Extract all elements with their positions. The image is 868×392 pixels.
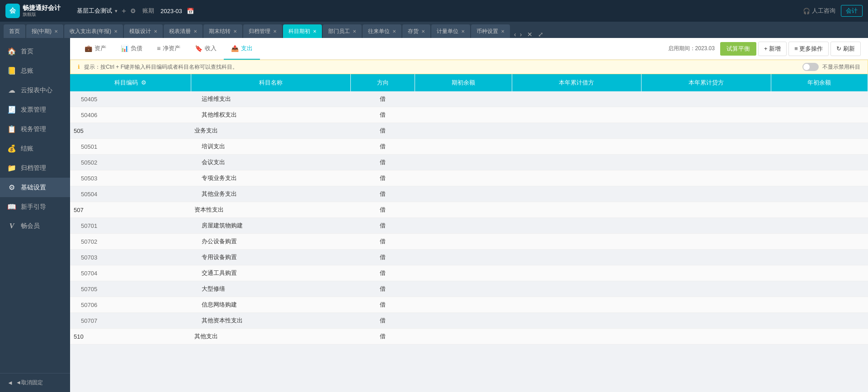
- sidebar-item-basic[interactable]: ⚙ 基础设置: [0, 178, 70, 197]
- tab-contacts-close[interactable]: ✕: [392, 29, 396, 34]
- tab-dept-close[interactable]: ✕: [353, 29, 356, 34]
- cell-ytd-debit: [512, 234, 642, 250]
- closing-icon: 💰: [7, 144, 16, 153]
- tab-currency[interactable]: 币种设置 ✕: [471, 24, 510, 38]
- cell-direction: 借: [351, 123, 415, 139]
- basic-icon: ⚙: [7, 183, 16, 192]
- more-ops-button[interactable]: ≡ 更多操作: [788, 42, 829, 56]
- tab-report-mid[interactable]: 报(中期) ✕: [26, 24, 63, 38]
- cell-name: 专项业务支出: [191, 170, 350, 186]
- sidebar-item-invoice[interactable]: 🧾 发票管理: [0, 100, 70, 119]
- tab-template-close[interactable]: ✕: [154, 29, 157, 34]
- refresh-button[interactable]: ↻ 刷新: [830, 42, 861, 56]
- period-calendar-icon[interactable]: 📅: [187, 8, 194, 14]
- tab-tax-list[interactable]: 税表清册 ✕: [164, 24, 203, 38]
- content-area: 💼 资产 📊 负债 ≡ 净资产 🔖 收入 📤 支出 启用期间：2023.03: [70, 38, 868, 392]
- tab-inventory-label: 存货: [408, 28, 419, 35]
- cell-code: 50707: [70, 313, 191, 329]
- sidebar-item-guide[interactable]: 📖 新手引导: [0, 197, 70, 217]
- header-project: 基层工会测试 ▾ ＋ ⚙ 账期 2023-03 📅: [77, 6, 799, 16]
- sidebar-item-archive[interactable]: 📁 归档管理: [0, 158, 70, 178]
- sidebar-archive-label: 归档管理: [21, 164, 46, 172]
- sidebar-item-home[interactable]: 🏠 首页: [0, 42, 70, 61]
- disabled-subjects-toggle[interactable]: [802, 63, 819, 71]
- table-body: 50405 运维维支出 借 50406 其他维权支出 借 505 业务支出 借 …: [70, 91, 868, 345]
- project-dropdown-arrow[interactable]: ▾: [115, 8, 118, 14]
- subjects-table: 科目编码 ⚙ 科目名称 方向 期初余额 本年累计借方 本年累计贷方 年初余额 5…: [70, 74, 868, 345]
- tab-period-close[interactable]: 期末结转 ✕: [203, 24, 242, 38]
- consult-label: 人工咨询: [812, 7, 835, 15]
- cell-name: 资本性支出: [191, 202, 350, 218]
- tab-dept-staff-label: 部门员工: [328, 28, 350, 35]
- sidebar-item-tax[interactable]: 📋 税务管理: [0, 119, 70, 139]
- cell-code: 50701: [70, 218, 191, 234]
- tab-prev-arrow[interactable]: ‹: [513, 31, 518, 38]
- tab-template-design-label: 模版设计: [129, 28, 151, 35]
- consult-button[interactable]: 🎧 人工咨询: [803, 7, 835, 15]
- cell-ytd-credit: [642, 91, 771, 107]
- sub-tab-assets[interactable]: 💼 资产: [77, 38, 113, 60]
- cell-balance: [415, 313, 512, 329]
- cell-name: 交通工具购置: [191, 265, 350, 281]
- cell-ytd-credit: [642, 234, 771, 250]
- sub-tab-income[interactable]: 🔖 收入: [188, 38, 224, 60]
- add-new-button[interactable]: + 新增: [758, 42, 787, 56]
- tab-subject-init[interactable]: 科目期初 ✕: [283, 24, 322, 38]
- cell-balance: [415, 329, 512, 345]
- hint-text-area: ℹ 提示：按Ctrl + F键并输入科目编码或者科目名称可以查找科目。: [78, 63, 238, 71]
- cell-direction: 借: [351, 313, 415, 329]
- sub-tab-net-assets[interactable]: ≡ 净资产: [150, 38, 188, 60]
- cell-code: 50504: [70, 186, 191, 202]
- sidebar-collapse-button[interactable]: ◄ ◄取消固定: [0, 373, 70, 392]
- sub-tab-expense[interactable]: 📤 支出: [224, 38, 260, 60]
- table-row: 507 资本性支出 借: [70, 202, 868, 218]
- cell-direction: 借: [351, 329, 415, 345]
- project-add-button[interactable]: ＋: [120, 6, 127, 16]
- sidebar-item-vip[interactable]: V 畅会员: [0, 217, 70, 236]
- tab-archive-close[interactable]: ✕: [273, 29, 277, 34]
- cell-year-balance: [771, 186, 868, 202]
- main-layout: 🏠 首页 📒 总账 ☁ 云报表中心 🧾 发票管理 📋 税务管理 💰 结账 📁 归…: [0, 38, 868, 392]
- sub-tab-net-label: 净资产: [163, 44, 180, 52]
- tab-archive[interactable]: 归档管理 ✕: [243, 24, 282, 38]
- tab-subject-init-close[interactable]: ✕: [313, 29, 316, 34]
- table-header-row: 科目编码 ⚙ 科目名称 方向 期初余额 本年累计借方 本年累计贷方 年初余额: [70, 74, 868, 91]
- tab-homepage[interactable]: 首页: [4, 24, 25, 38]
- tab-dept-staff[interactable]: 部门员工 ✕: [323, 24, 362, 38]
- cell-balance: [415, 186, 512, 202]
- cell-year-balance: [771, 170, 868, 186]
- col-code-settings-icon[interactable]: ⚙: [141, 79, 146, 86]
- tab-inventory-close[interactable]: ✕: [421, 29, 425, 34]
- cell-code: 50702: [70, 234, 191, 250]
- cell-direction: 借: [351, 202, 415, 218]
- cell-ytd-credit: [642, 170, 771, 186]
- sidebar-item-closing[interactable]: 💰 结账: [0, 139, 70, 158]
- tab-contacts[interactable]: 往来单位 ✕: [363, 24, 401, 38]
- tab-income-expense-close[interactable]: ✕: [114, 29, 118, 34]
- tab-close-all[interactable]: ✕: [526, 31, 534, 38]
- tab-unit[interactable]: 计量单位 ✕: [431, 24, 470, 38]
- project-settings-button[interactable]: ⚙: [130, 7, 136, 14]
- sub-tab-liabilities[interactable]: 📊 负债: [113, 38, 150, 60]
- cell-name: 大型修缮: [191, 281, 350, 297]
- cell-code: 50706: [70, 297, 191, 313]
- cell-direction: 借: [351, 107, 415, 123]
- tab-next-arrow[interactable]: ›: [519, 31, 524, 38]
- tab-tax-close[interactable]: ✕: [193, 29, 197, 34]
- cell-name: 其他资本性支出: [191, 313, 350, 329]
- tab-report-mid-close[interactable]: ✕: [54, 29, 58, 34]
- tab-template-design[interactable]: 模版设计 ✕: [124, 24, 163, 38]
- account-button[interactable]: 会计: [841, 5, 863, 17]
- tab-currency-close[interactable]: ✕: [501, 29, 505, 34]
- tab-expand-icon[interactable]: ⤢: [537, 31, 545, 38]
- tab-unit-close[interactable]: ✕: [461, 29, 465, 34]
- calc-balance-button[interactable]: 试算平衡: [720, 42, 756, 56]
- tab-period-close-x[interactable]: ✕: [233, 29, 237, 34]
- tab-income-expense[interactable]: 收入支出表(年报) ✕: [64, 24, 123, 38]
- sidebar-item-ledger[interactable]: 📒 总账: [0, 61, 70, 80]
- cell-ytd-debit: [512, 139, 642, 155]
- sidebar-item-cloud[interactable]: ☁ 云报表中心: [0, 80, 70, 100]
- tab-inventory[interactable]: 存货 ✕: [402, 24, 430, 38]
- sub-tab-bar: 💼 资产 📊 负债 ≡ 净资产 🔖 收入 📤 支出 启用期间：2023.03: [70, 38, 868, 60]
- hint-bar: ℹ 提示：按Ctrl + F键并输入科目编码或者科目名称可以查找科目。 不显示禁…: [70, 60, 868, 74]
